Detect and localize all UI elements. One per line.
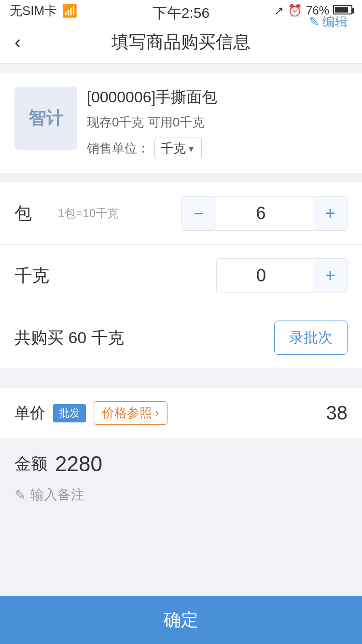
gram-qty-input[interactable] xyxy=(216,258,313,293)
package-row: 包 1包=10千克 − + xyxy=(0,182,362,245)
note-text: 输入备注 xyxy=(30,486,84,504)
gram-row: 千克 + xyxy=(0,245,362,307)
unit-selector[interactable]: 千克 xyxy=(154,138,202,159)
alarm-icon: ⏰ xyxy=(288,4,302,17)
package-qty-input[interactable] xyxy=(216,196,313,231)
product-image: 智计 xyxy=(14,87,77,150)
status-left: 无SIM卡 📶 xyxy=(10,2,77,19)
carrier-text: 无SIM卡 xyxy=(10,2,57,19)
amount-value: 2280 xyxy=(55,452,102,476)
page-title: 填写商品购买信息 xyxy=(111,30,251,54)
edit-icon: ✎ xyxy=(309,14,320,29)
input-section: 包 1包=10千克 − + 千克 + 共购买 60 千克 录批次 xyxy=(0,182,362,368)
price-ref-label: 价格参照 xyxy=(102,405,152,421)
gram-qty-control: + xyxy=(216,258,348,293)
back-button[interactable]: ‹ xyxy=(14,31,21,53)
confirm-label: 确定 xyxy=(164,608,198,632)
confirm-button[interactable]: 确定 xyxy=(0,596,362,644)
total-amount: 60 xyxy=(68,328,91,347)
note-row[interactable]: ✎ 输入备注 xyxy=(14,486,348,514)
product-name: [0000006]手撕面包 xyxy=(87,87,348,108)
total-unit: 千克 xyxy=(91,328,124,347)
gram-plus-button[interactable]: + xyxy=(313,258,348,293)
status-time: 下午2:56 xyxy=(153,3,209,23)
package-qty-control: − + xyxy=(181,196,348,231)
package-label: 包 xyxy=(14,202,53,225)
wifi-icon: 📶 xyxy=(62,3,77,18)
total-row: 共购买 60 千克 录批次 xyxy=(0,307,362,368)
amount-label: 金额 xyxy=(14,453,47,475)
edit-button[interactable]: ✎ 编辑 xyxy=(309,14,348,30)
package-sublabel: 1包=10千克 xyxy=(58,206,181,221)
unit-label: 销售单位： xyxy=(87,140,150,157)
price-ref-arrow: › xyxy=(155,406,159,420)
gram-label: 千克 xyxy=(14,264,53,288)
total-text: 共购买 60 千克 xyxy=(14,327,124,349)
product-stock: 现存0千克 可用0千克 xyxy=(87,114,348,131)
package-plus-button[interactable]: + xyxy=(313,196,348,231)
note-icon: ✎ xyxy=(14,487,26,503)
edit-label: 编辑 xyxy=(322,14,348,30)
product-card: 智计 [0000006]手撕面包 现存0千克 可用0千克 销售单位： 千克 ✎ … xyxy=(0,73,362,173)
total-prefix: 共购买 xyxy=(14,328,64,347)
product-unit-row: 销售单位： 千克 xyxy=(87,138,348,159)
section-divider-2 xyxy=(0,368,362,378)
package-minus-button[interactable]: − xyxy=(181,196,216,231)
section-divider-1 xyxy=(0,173,362,182)
batch-button[interactable]: 录批次 xyxy=(274,321,348,355)
unit-value: 千克 xyxy=(161,140,186,157)
price-section: 单价 批发 价格参照 › 38 xyxy=(0,388,362,438)
location-icon: ↗ xyxy=(274,4,284,17)
product-logo: 智计 xyxy=(28,107,63,130)
amount-section: 金额 2280 ✎ 输入备注 xyxy=(0,438,362,518)
price-ref-button[interactable]: 价格参照 › xyxy=(94,401,167,425)
status-bar: 无SIM卡 📶 下午2:56 ↗ ⏰ 76% xyxy=(0,0,362,21)
amount-row: 金额 2280 xyxy=(14,452,348,476)
price-label: 单价 xyxy=(14,403,45,424)
price-value: 38 xyxy=(326,402,348,424)
product-info: [0000006]手撕面包 现存0千克 可用0千克 销售单位： 千克 xyxy=(87,87,348,159)
nav-bar: ‹ 填写商品购买信息 xyxy=(0,21,362,64)
price-tag: 批发 xyxy=(53,404,86,422)
